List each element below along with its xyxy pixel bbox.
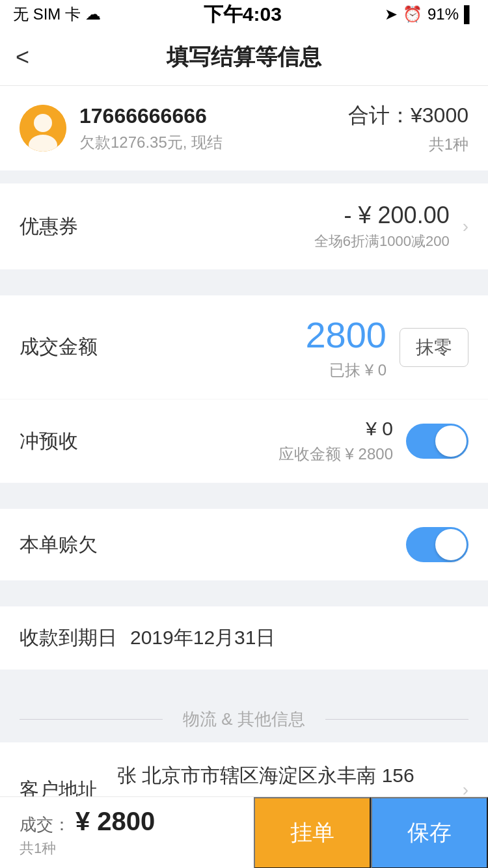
avatar bbox=[20, 105, 66, 152]
prereceive-toggle[interactable] bbox=[406, 424, 468, 459]
footer-amount: ¥ 2800 bbox=[75, 807, 155, 836]
deal-amount-row: 成交金额 2800 已抹 ¥ 0 抹零 bbox=[0, 295, 488, 400]
duedate-row: 收款到期日 2019年12月31日 bbox=[0, 606, 488, 670]
section-divider-2 bbox=[0, 496, 488, 509]
coupon-right: - ¥ 200.00 全场6折满1000减200 › bbox=[314, 202, 468, 251]
debt-toggle-knob bbox=[435, 529, 467, 560]
prereceive-amount: ¥ 0 bbox=[366, 418, 393, 440]
coupon-description: 全场6折满1000减200 bbox=[314, 232, 450, 251]
customer-row: 17666666666 欠款1276.35元, 现结 合计：¥3000 共1种 bbox=[0, 86, 488, 170]
alarm-icon: ⏰ bbox=[403, 5, 422, 23]
deal-amount-right: 2800 已抹 ¥ 0 抹零 bbox=[305, 314, 468, 381]
prereceive-right: ¥ 0 应收金额 ¥ 2800 bbox=[278, 418, 393, 465]
customer-info: 17666666666 欠款1276.35元, 现结 bbox=[79, 104, 223, 153]
footer-left: 成交： ¥ 2800 共1种 bbox=[0, 807, 254, 858]
page-title: 填写结算等信息 bbox=[167, 42, 321, 72]
svg-point-1 bbox=[34, 114, 52, 132]
nav-bar: < 填写结算等信息 bbox=[0, 29, 488, 86]
coupon-discount: - ¥ 200.00 bbox=[344, 202, 450, 229]
coupon-row[interactable]: 优惠券 - ¥ 200.00 全场6折满1000减200 › bbox=[0, 183, 488, 269]
chevron-right-icon: › bbox=[463, 216, 468, 237]
debt-toggle[interactable] bbox=[406, 527, 468, 562]
customer-right: 合计：¥3000 共1种 bbox=[348, 102, 468, 155]
prereceive-row: 冲预收 ¥ 0 应收金额 ¥ 2800 bbox=[0, 400, 488, 483]
battery-icon: ▌ bbox=[464, 5, 475, 23]
total-count: 共1种 bbox=[429, 134, 468, 155]
prereceive-sub: 应收金额 ¥ 2800 bbox=[278, 444, 393, 465]
section-divider-1 bbox=[0, 282, 488, 295]
hold-order-button[interactable]: 挂单 bbox=[254, 797, 371, 869]
location-icon: ➤ bbox=[385, 5, 398, 23]
customer-left: 17666666666 欠款1276.35元, 现结 bbox=[20, 104, 223, 153]
status-right: ➤ ⏰ 91% ▌ bbox=[385, 5, 475, 23]
debt-label: 本单赊欠 bbox=[20, 532, 98, 558]
duedate-label: 收款到期日 bbox=[20, 625, 117, 651]
amount-display: 2800 已抹 ¥ 0 bbox=[305, 314, 386, 381]
logistics-label: 物流 & 其他信息 bbox=[170, 708, 318, 731]
status-bar: 无 SIM 卡 ☁ 下午4:03 ➤ ⏰ 91% ▌ bbox=[0, 0, 488, 29]
total-amount: 合计：¥3000 bbox=[348, 102, 468, 130]
bottom-footer: 成交： ¥ 2800 共1种 挂单 保存 bbox=[0, 796, 488, 868]
section-divider-4 bbox=[0, 683, 488, 696]
logistics-divider: 物流 & 其他信息 bbox=[0, 696, 488, 742]
round-zero-button[interactable]: 抹零 bbox=[400, 328, 468, 367]
content: 17666666666 欠款1276.35元, 现结 合计：¥3000 共1种 … bbox=[0, 86, 488, 868]
footer-deal-label: 成交： bbox=[20, 813, 70, 836]
back-button[interactable]: < bbox=[16, 44, 29, 71]
prereceive-right-wrap: ¥ 0 应收金额 ¥ 2800 bbox=[278, 418, 468, 465]
customer-phone: 17666666666 bbox=[79, 104, 223, 128]
toggle-knob bbox=[435, 426, 467, 457]
logistics-line-left bbox=[20, 719, 163, 720]
footer-count: 共1种 bbox=[20, 839, 234, 858]
deal-amount-label: 成交金额 bbox=[20, 334, 98, 360]
battery-level: 91% bbox=[427, 5, 459, 23]
status-time: 下午4:03 bbox=[204, 1, 282, 28]
section-divider-3 bbox=[0, 593, 488, 606]
logistics-line-right bbox=[325, 719, 468, 720]
save-button[interactable]: 保存 bbox=[371, 797, 488, 869]
sim-status: 无 SIM 卡 ☁ bbox=[13, 4, 101, 25]
deal-amount-section: 成交金额 2800 已抹 ¥ 0 抹零 冲预收 ¥ 0 应收金额 ¥ 2800 bbox=[0, 295, 488, 483]
status-left: 无 SIM 卡 ☁ bbox=[13, 4, 101, 25]
amount-value: 2800 bbox=[305, 314, 386, 356]
debt-row: 本单赊欠 bbox=[0, 509, 488, 580]
debt-section: 本单赊欠 bbox=[0, 509, 488, 580]
duedate-section: 收款到期日 2019年12月31日 bbox=[0, 606, 488, 670]
amount-sub: 已抹 ¥ 0 bbox=[329, 360, 386, 381]
footer-deal-line: 成交： ¥ 2800 bbox=[20, 807, 234, 836]
coupon-info: - ¥ 200.00 全场6折满1000减200 bbox=[314, 202, 450, 251]
duedate-value: 2019年12月31日 bbox=[130, 625, 275, 651]
prereceive-label: 冲预收 bbox=[20, 428, 78, 455]
coupon-label: 优惠券 bbox=[20, 213, 78, 240]
customer-debt: 欠款1276.35元, 现结 bbox=[79, 132, 223, 153]
